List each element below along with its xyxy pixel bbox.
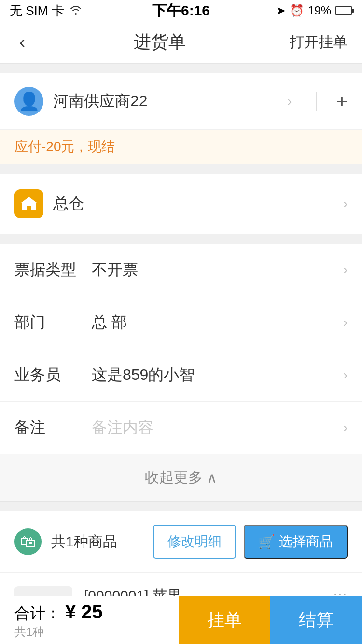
supplier-divider [316,92,317,111]
add-supplier-button[interactable]: + [336,91,348,112]
section-divider-3 [0,234,362,244]
collapse-row[interactable]: 收起更多 ∧ [0,454,362,502]
supplier-avatar: 👤 [14,87,43,116]
section-divider-1 [0,64,362,73]
invoice-type-chevron-icon: › [343,262,348,278]
salesperson-value: 这是859的小智 [92,364,343,386]
total-label: 合计： [14,604,61,622]
warehouse-row[interactable]: 总仓 › [0,174,362,234]
svg-marker-1 [21,197,37,203]
page-title: 进货单 [134,30,186,54]
section-divider-4 [0,502,362,511]
bottom-total: 合计： ¥ 25 共1种 [0,601,179,640]
invoice-type-value: 不开票 [92,259,343,280]
select-product-button[interactable]: 🛒 选择商品 [244,525,348,559]
remark-label: 备注 [14,417,82,438]
status-left: 无 SIM 卡 [10,2,83,19]
warehouse-chevron-icon: › [343,196,348,211]
department-value: 总 部 [92,312,343,333]
warehouse-icon [20,195,38,212]
salesperson-label: 业务员 [14,364,82,386]
location-icon: ➤ [276,4,286,17]
carrier-label: 无 SIM 卡 [10,2,64,19]
collapse-up-icon: ∧ [207,469,217,486]
invoice-type-label: 票据类型 [14,259,82,280]
svg-rect-2 [27,206,31,210]
select-product-icon: 🛒 [258,534,275,550]
remark-placeholder: 备注内容 [92,417,343,438]
status-bar: 无 SIM 卡 下午6:16 ➤ ⏰ 19% [0,0,362,21]
department-row[interactable]: 部门 总 部 › [0,296,362,349]
invoice-type-row[interactable]: 票据类型 不开票 › [0,244,362,296]
battery-label: 19% [308,4,331,17]
back-button[interactable]: ‹ [14,28,30,57]
total-row: 合计： ¥ 25 [14,601,164,624]
modify-detail-button[interactable]: 修改明细 [153,525,236,559]
bottom-bar: 合计： ¥ 25 共1种 挂单 结算 [0,596,362,644]
warehouse-icon-bg [14,189,43,218]
total-count: 共1种 [14,624,164,640]
section-divider-2 [0,164,362,174]
department-chevron-icon: › [343,315,348,330]
total-amount: ¥ 25 [65,601,103,622]
suspend-button[interactable]: 挂单 [179,596,270,644]
status-time: 下午6:16 [152,1,210,21]
status-right: ➤ ⏰ 19% [276,4,352,17]
nav-bar: ‹ 进货单 打开挂单 [0,21,362,64]
remark-chevron-icon: › [343,420,348,435]
select-product-label: 选择商品 [279,532,333,551]
cart-icon: 🛍 [20,533,36,551]
checkout-button[interactable]: 结算 [270,596,362,644]
salesperson-row[interactable]: 业务员 这是859的小智 › [0,349,362,402]
avatar-icon: 👤 [18,91,40,112]
notice-bar: 应付-20元，现结 [0,130,362,164]
notice-text: 应付-20元，现结 [14,139,115,154]
product-header: 🛍 共1种商品 修改明细 🛒 选择商品 [0,511,362,573]
wifi-icon [69,3,83,18]
form-section: 票据类型 不开票 › 部门 总 部 › 业务员 这是859的小智 › 备注 备注… [0,244,362,454]
product-header-icon-bg: 🛍 [14,528,42,555]
checkout-label: 结算 [299,608,334,632]
supplier-chevron-icon: › [287,94,292,109]
suspend-label: 挂单 [207,608,242,632]
alarm-icon: ⏰ [290,4,304,17]
collapse-label: 收起更多 [145,468,203,488]
supplier-name: 河南供应商22 [53,91,287,112]
warehouse-label: 总仓 [53,193,343,214]
supplier-section[interactable]: 👤 河南供应商22 › + [0,73,362,130]
remark-row[interactable]: 备注 备注内容 › [0,402,362,454]
salesperson-chevron-icon: › [343,367,348,383]
department-label: 部门 [14,312,82,333]
open-pending-button[interactable]: 打开挂单 [290,32,348,52]
product-count-label: 共1种商品 [51,532,153,552]
battery-icon [335,6,352,15]
warehouse-section: 总仓 › [0,174,362,234]
